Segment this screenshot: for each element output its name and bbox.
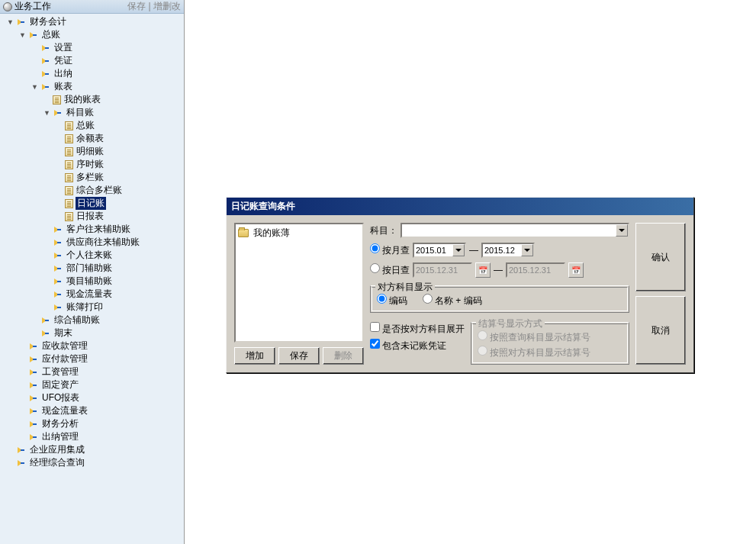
tree-node[interactable]: ▶现金流量表: [0, 404, 184, 417]
tree-toggle-icon[interactable]: ▼: [6, 18, 14, 26]
arrow-icon: [40, 69, 51, 79]
tree-label: 总账: [76, 119, 95, 132]
radio-code[interactable]: [377, 294, 387, 304]
chk-expand[interactable]: [370, 322, 380, 332]
tree-node[interactable]: ▶出纳管理: [0, 430, 184, 443]
arrow-icon: [16, 445, 27, 455]
tree-node[interactable]: ▶供应商往来辅助账: [0, 236, 184, 249]
date-from: 2015.12.31: [413, 262, 472, 278]
settle-opt1: [478, 330, 487, 340]
tree-node[interactable]: ▶期末: [0, 327, 184, 340]
tree-node[interactable]: ▶账簿打印: [0, 301, 184, 314]
tree-node[interactable]: ▶财务分析: [0, 417, 184, 430]
tree-node[interactable]: ▶余额表: [0, 132, 184, 145]
app-icon: [3, 2, 12, 11]
tree-node[interactable]: ▼账表: [0, 80, 184, 93]
tree-node[interactable]: ▶明细账: [0, 145, 184, 158]
doc-icon: [65, 134, 73, 143]
tree-node[interactable]: ▶现金流量表: [0, 288, 184, 301]
by-day-radio[interactable]: [370, 263, 380, 273]
save-button[interactable]: 保存: [278, 347, 320, 365]
tree-label: 个人往来账: [66, 249, 113, 262]
arrow-icon: [28, 367, 39, 378]
arrow-icon: [40, 82, 51, 92]
arrow-icon: [28, 432, 39, 443]
tree-label: 余额表: [76, 132, 105, 145]
list-item[interactable]: 我的账薄: [238, 227, 360, 240]
tree-node[interactable]: ▶综合多栏账: [0, 184, 184, 197]
subject-combo[interactable]: [401, 223, 629, 238]
chevron-down-icon[interactable]: [521, 244, 533, 256]
tree-label: 项目辅助账: [66, 275, 113, 288]
radio-name-code[interactable]: [423, 294, 433, 304]
by-month-radio[interactable]: [370, 243, 380, 253]
tree-label: 财务会计: [29, 15, 67, 28]
arrow-icon: [40, 56, 51, 66]
month-to[interactable]: 2015.12: [481, 243, 535, 258]
tree-node[interactable]: ▶客户往来辅助账: [0, 223, 184, 236]
arrow-icon: [16, 458, 27, 468]
tree-node[interactable]: ▶设置: [0, 41, 184, 54]
combo-dropdown-button[interactable]: [616, 224, 628, 237]
query-dialog: 日记账查询条件 我的账薄 增加 保存 删除 科目：: [226, 197, 694, 373]
tree-label: 科目账: [66, 106, 95, 119]
tree-node[interactable]: ▶序时账: [0, 158, 184, 171]
folder-icon: [238, 229, 249, 237]
tree-node[interactable]: ▶部门辅助账: [0, 262, 184, 275]
add-button[interactable]: 增加: [234, 347, 275, 365]
month-from[interactable]: 2015.01: [413, 243, 466, 258]
tree-node[interactable]: ▼财务会计: [0, 15, 184, 28]
book-list[interactable]: 我的账薄: [234, 223, 364, 343]
tree-node[interactable]: ▶工资管理: [0, 365, 184, 378]
arrow-icon: [28, 406, 39, 417]
radio-name-code-label[interactable]: 名称 + 编码: [423, 294, 482, 307]
tree-node[interactable]: ▶项目辅助账: [0, 275, 184, 288]
by-month-radio-label[interactable]: 按月查: [370, 243, 410, 257]
tree-label: 明细账: [76, 145, 105, 158]
cancel-button[interactable]: 取消: [635, 296, 686, 365]
chk-unposted-label[interactable]: 包含未记账凭证: [370, 339, 465, 352]
tree-node[interactable]: ▶UFO报表: [0, 391, 184, 404]
tree-node[interactable]: ▶出纳: [0, 67, 184, 80]
tree-node[interactable]: ▶综合辅助账: [0, 314, 184, 327]
header-add-del[interactable]: 增删改: [153, 1, 181, 11]
tree-toggle-icon[interactable]: ▼: [18, 31, 27, 39]
tree-node[interactable]: ▶固定资产: [0, 378, 184, 391]
delete-button: 删除: [323, 347, 364, 365]
tree-label: UFO报表: [41, 391, 80, 404]
arrow-icon: [28, 354, 39, 365]
tree-node[interactable]: ▶多栏账: [0, 171, 184, 184]
tree-toggle-icon[interactable]: ▼: [31, 82, 39, 91]
tree-node[interactable]: ▶日报表: [0, 210, 184, 223]
chevron-down-icon[interactable]: [452, 244, 465, 256]
calendar-icon: 📅: [475, 262, 491, 278]
tree-label: 综合多栏账: [76, 184, 123, 197]
radio-code-label[interactable]: 编码: [377, 294, 407, 307]
tree-node[interactable]: ▶企业应用集成: [0, 443, 184, 456]
tree-label: 应付款管理: [41, 352, 88, 365]
tree-node[interactable]: ▶应付款管理: [0, 352, 184, 365]
tree-node[interactable]: ▶凭证: [0, 54, 184, 67]
tree-label: 账表: [53, 80, 73, 93]
tree-node[interactable]: ▶个人往来账: [0, 249, 184, 262]
tree-node[interactable]: ▶日记账: [0, 197, 184, 210]
tree-label: 固定资产: [41, 378, 79, 391]
by-day-radio-label[interactable]: 按日查: [370, 263, 410, 277]
ok-button[interactable]: 确认: [635, 223, 686, 291]
tree-node[interactable]: ▶我的账表: [0, 93, 184, 106]
tree-label: 总账: [41, 28, 61, 41]
tree-node[interactable]: ▼总账: [0, 28, 184, 41]
header-save[interactable]: 保存: [127, 1, 146, 11]
chk-expand-label[interactable]: 是否按对方科目展开: [370, 322, 465, 336]
tree-label: 日报表: [76, 210, 105, 223]
tree-toggle-icon[interactable]: ▼: [43, 108, 51, 117]
tree-label: 现金流量表: [66, 288, 113, 301]
tree-label: 设置: [53, 41, 73, 54]
chk-unposted[interactable]: [370, 339, 380, 349]
tree-node[interactable]: ▶经理综合查询: [0, 456, 184, 469]
tree-node[interactable]: ▶总账: [0, 119, 184, 132]
tree-node[interactable]: ▼科目账: [0, 106, 184, 119]
tree-label: 应收款管理: [41, 340, 88, 352]
arrow-icon: [53, 302, 63, 313]
tree-node[interactable]: ▶应收款管理: [0, 340, 184, 352]
